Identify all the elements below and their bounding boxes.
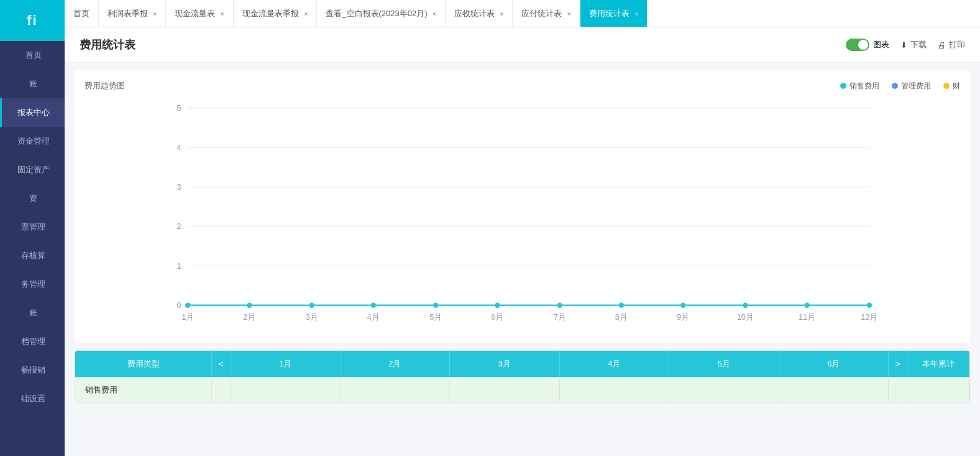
chart-dot [557, 302, 562, 307]
sidebar-item-inventory[interactable]: 存核算 [0, 241, 65, 270]
svg-text:8月: 8月 [615, 313, 628, 322]
chart-title: 费用趋势图 [85, 80, 125, 91]
svg-text:4: 4 [177, 144, 181, 152]
svg-text:5月: 5月 [429, 313, 442, 322]
sidebar-item-funds[interactable]: 资金管理 [0, 127, 65, 156]
chart-dot [495, 302, 500, 307]
svg-text:10月: 10月 [737, 313, 754, 322]
th-scroll-next[interactable]: > [889, 351, 907, 377]
td-month-6 [779, 378, 889, 402]
svg-text:2月: 2月 [243, 313, 255, 322]
table-row-sales: 销售费用 [75, 377, 969, 402]
svg-text:6月: 6月 [491, 313, 503, 322]
sidebar-item-service[interactable]: 务管理 [0, 270, 65, 299]
table-section: 费用类型 < 1月 2月 3月 4月 5月 6月 > 本年累计 销售费用 [75, 350, 970, 402]
svg-text:1月: 1月 [181, 313, 194, 322]
tab-cashflow[interactable]: 现金流量表 × [166, 0, 233, 27]
print-button[interactable]: 🖨 打印 [938, 39, 965, 50]
tab-close-payable[interactable]: × [567, 10, 570, 17]
table-header: 费用类型 < 1月 2月 3月 4月 5月 6月 > 本年累计 [75, 351, 969, 377]
tab-bar: 首页 利润表季报 × 现金流量表 × 现金流量表季报 × 查看_空白报表(202… [65, 0, 980, 27]
sidebar-item-settings[interactable]: 础设置 [0, 384, 65, 413]
chart-dot [309, 302, 314, 307]
chart-section: 费用趋势图 销售费用 管理费用 财 [75, 70, 970, 343]
page-title: 费用统计表 [80, 37, 135, 52]
th-month-4: 4月 [560, 351, 670, 377]
tab-home[interactable]: 首页 [65, 0, 99, 27]
sidebar-item-reports[interactable]: 报表中心 [0, 98, 65, 127]
chart-header: 费用趋势图 销售费用 管理费用 财 [85, 80, 960, 91]
th-scroll-prev[interactable]: < [212, 351, 231, 377]
td-scroll-space2 [889, 378, 907, 402]
chart-toggle[interactable] [846, 39, 869, 51]
sidebar-item-receivable[interactable]: 账 [0, 299, 65, 327]
td-type-sales: 销售费用 [75, 378, 212, 402]
print-icon: 🖨 [938, 40, 946, 50]
legend-dot-mgmt [892, 83, 898, 89]
svg-text:3: 3 [177, 183, 181, 192]
line-chart-svg: 5 4 3 2 1 0 [85, 96, 960, 333]
svg-text:1: 1 [177, 262, 181, 271]
chart-dot [743, 302, 748, 307]
chart-toggle-wrap: 图表 [846, 39, 889, 51]
sidebar-item-ledger[interactable]: 账 [0, 70, 65, 98]
legend-dot-sales [840, 83, 846, 89]
sidebar-logo: fi [0, 0, 65, 41]
sidebar-item-archive[interactable]: 档管理 [0, 327, 65, 356]
tab-close-cashflow-q[interactable]: × [304, 10, 308, 17]
svg-text:5: 5 [177, 104, 181, 113]
main-area: 首页 利润表季报 × 现金流量表 × 现金流量表季报 × 查看_空白报表(202… [65, 0, 980, 456]
tab-close-receivable[interactable]: × [500, 10, 503, 17]
sidebar-item-assets[interactable]: 固定资产 [0, 156, 65, 184]
tab-close-cashflow[interactable]: × [220, 10, 224, 17]
th-month-6: 6月 [779, 351, 889, 377]
chart-toggle-label: 图表 [873, 39, 889, 50]
sidebar-item-home[interactable]: 首页 [0, 41, 65, 70]
tab-receivable-stat[interactable]: 应收统计表 × [446, 0, 513, 27]
legend-mgmt: 管理费用 [892, 81, 931, 91]
tab-close-blank[interactable]: × [433, 10, 436, 17]
content-area: 费用统计表 图表 ⬇ 下载 🖨 打印 费用趋势图 [65, 27, 980, 456]
svg-text:3月: 3月 [306, 313, 318, 322]
legend-sales: 销售费用 [840, 81, 879, 91]
tab-payable-stat[interactable]: 应付统计表 × [513, 0, 580, 27]
chart-dot [867, 302, 872, 307]
tab-expense-stat[interactable]: 费用统计表 × [580, 0, 648, 27]
tab-cashflow-q[interactable]: 现金流量表季报 × [234, 0, 317, 27]
chart-dot [433, 302, 438, 307]
page-header: 费用统计表 图表 ⬇ 下载 🖨 打印 [65, 27, 980, 63]
sidebar-item-salary[interactable]: 资 [0, 184, 65, 213]
th-month-3: 3月 [450, 351, 560, 377]
td-total [907, 378, 969, 402]
legend-dot-finance [943, 83, 950, 89]
svg-text:7月: 7月 [554, 313, 566, 322]
chart-dot [619, 302, 624, 307]
chart-dot [371, 302, 376, 307]
tab-profit[interactable]: 利润表季报 × [99, 0, 166, 27]
th-month-2: 2月 [341, 351, 451, 377]
chart-legend: 销售费用 管理费用 财 [840, 81, 960, 91]
chart-dot [247, 302, 252, 307]
td-month-2 [341, 378, 451, 402]
svg-text:2: 2 [177, 222, 181, 231]
download-button[interactable]: ⬇ 下载 [900, 39, 927, 50]
td-month-5 [669, 378, 779, 402]
sidebar-item-writeoff[interactable]: 畅报销 [0, 356, 65, 384]
svg-text:0: 0 [177, 301, 181, 310]
tab-close-expense[interactable]: × [634, 10, 638, 17]
tab-blank-view[interactable]: 查看_空白报表(2023年02月) × [317, 0, 446, 27]
chart-container: 5 4 3 2 1 0 [85, 96, 960, 333]
th-month-1: 1月 [231, 351, 341, 377]
sidebar-item-invoice[interactable]: 票管理 [0, 213, 65, 241]
sidebar: fi 首页 账 报表中心 资金管理 固定资产 资 票管理 存核算 务管理 账 档… [0, 0, 65, 456]
td-month-1 [231, 378, 341, 402]
header-actions: 图表 ⬇ 下载 🖨 打印 [846, 39, 965, 51]
legend-finance: 财 [943, 81, 960, 91]
chart-dot [185, 302, 190, 307]
td-month-4 [560, 378, 670, 402]
svg-text:12月: 12月 [861, 313, 877, 322]
svg-text:4月: 4月 [367, 313, 380, 322]
tab-close-profit[interactable]: × [153, 10, 157, 17]
th-month-5: 5月 [669, 351, 779, 377]
th-type: 费用类型 [75, 351, 212, 377]
